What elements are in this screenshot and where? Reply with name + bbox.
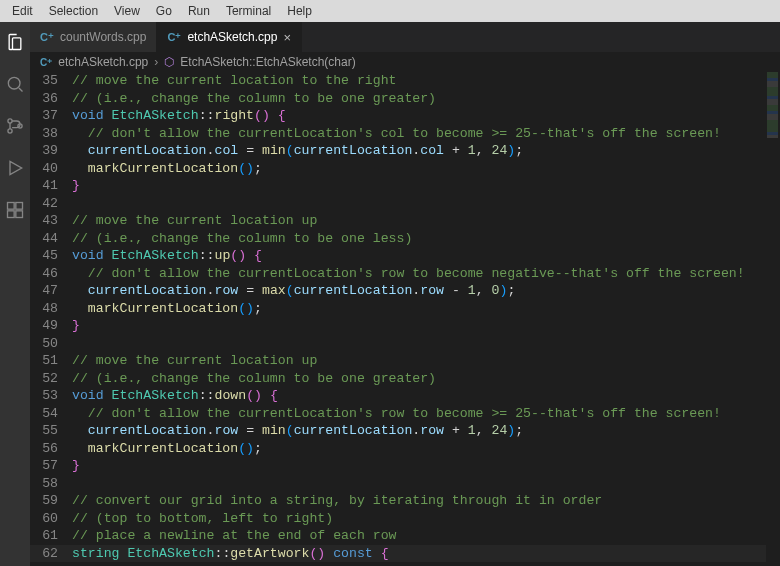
- code-line[interactable]: 35// move the current location to the ri…: [30, 72, 766, 90]
- menu-go[interactable]: Go: [148, 4, 180, 18]
- code-line[interactable]: 42: [30, 195, 766, 213]
- code-line[interactable]: 41}: [30, 177, 766, 195]
- code-line[interactable]: 40 markCurrentLocation();: [30, 160, 766, 178]
- search-icon[interactable]: [3, 72, 27, 96]
- code-content[interactable]: markCurrentLocation();: [72, 300, 766, 318]
- close-tab-icon[interactable]: ×: [283, 30, 291, 45]
- line-number: 44: [30, 230, 72, 248]
- breadcrumb[interactable]: C⁺ etchASketch.cpp › ⬡ EtchASketch::Etch…: [30, 52, 780, 72]
- code-line[interactable]: 55 currentLocation.row = min(currentLoca…: [30, 422, 766, 440]
- code-line[interactable]: 53void EtchASketch::down() {: [30, 387, 766, 405]
- code-content[interactable]: [72, 475, 766, 493]
- line-number: 50: [30, 335, 72, 353]
- code-content[interactable]: markCurrentLocation();: [72, 160, 766, 178]
- line-number: 41: [30, 177, 72, 195]
- menu-edit[interactable]: Edit: [4, 4, 41, 18]
- code-content[interactable]: // convert our grid into a string, by it…: [72, 492, 766, 510]
- minimap[interactable]: [766, 72, 780, 566]
- code-line[interactable]: 38 // don't allow the currentLocation's …: [30, 125, 766, 143]
- code-content[interactable]: // (i.e., change the column to be one gr…: [72, 370, 766, 388]
- code-content[interactable]: // don't allow the currentLocation's row…: [72, 265, 766, 283]
- code-line[interactable]: 47 currentLocation.row = max(currentLoca…: [30, 282, 766, 300]
- code-line[interactable]: 58: [30, 475, 766, 493]
- line-number: 43: [30, 212, 72, 230]
- code-line[interactable]: 48 markCurrentLocation();: [30, 300, 766, 318]
- svg-rect-4: [8, 203, 15, 210]
- code-content[interactable]: // move the current location to the righ…: [72, 72, 766, 90]
- code-content[interactable]: // move the current location up: [72, 352, 766, 370]
- code-line[interactable]: 59// convert our grid into a string, by …: [30, 492, 766, 510]
- menu-view[interactable]: View: [106, 4, 148, 18]
- run-debug-icon[interactable]: [3, 156, 27, 180]
- svg-rect-7: [16, 203, 23, 210]
- code-content[interactable]: void EtchASketch::down() {: [72, 387, 766, 405]
- code-line[interactable]: 49}: [30, 317, 766, 335]
- tab-label: countWords.cpp: [60, 30, 147, 44]
- code-content[interactable]: // (i.e., change the column to be one gr…: [72, 90, 766, 108]
- line-number: 54: [30, 405, 72, 423]
- svg-point-2: [8, 129, 12, 133]
- code-line[interactable]: 43// move the current location up: [30, 212, 766, 230]
- code-content[interactable]: currentLocation.col = min(currentLocatio…: [72, 142, 766, 160]
- code-content[interactable]: }: [72, 177, 766, 195]
- explorer-icon[interactable]: [3, 30, 27, 54]
- code-line[interactable]: 36// (i.e., change the column to be one …: [30, 90, 766, 108]
- svg-point-0: [8, 77, 20, 89]
- code-line[interactable]: 57}: [30, 457, 766, 475]
- line-number: 48: [30, 300, 72, 318]
- code-content[interactable]: string EtchASketch::getArtwork() const {: [72, 545, 766, 563]
- code-line[interactable]: 39 currentLocation.col = min(currentLoca…: [30, 142, 766, 160]
- code-content[interactable]: // don't allow the currentLocation's col…: [72, 125, 766, 143]
- line-number: 60: [30, 510, 72, 528]
- code-line[interactable]: 61// place a newline at the end of each …: [30, 527, 766, 545]
- code-content[interactable]: // (i.e., change the column to be one le…: [72, 230, 766, 248]
- code-content[interactable]: }: [72, 457, 766, 475]
- tab-etchasketch[interactable]: C⁺ etchASketch.cpp ×: [157, 22, 302, 52]
- source-control-icon[interactable]: [3, 114, 27, 138]
- code-line[interactable]: 50: [30, 335, 766, 353]
- code-content[interactable]: }: [72, 317, 766, 335]
- cpp-file-icon: C⁺: [40, 31, 54, 44]
- code-content[interactable]: // move the current location up: [72, 212, 766, 230]
- code-content[interactable]: currentLocation.row = min(currentLocatio…: [72, 422, 766, 440]
- code-line[interactable]: 56 markCurrentLocation();: [30, 440, 766, 458]
- line-number: 37: [30, 107, 72, 125]
- line-number: 49: [30, 317, 72, 335]
- tab-countwords[interactable]: C⁺ countWords.cpp: [30, 22, 157, 52]
- code-line[interactable]: 46 // don't allow the currentLocation's …: [30, 265, 766, 283]
- menu-terminal[interactable]: Terminal: [218, 4, 279, 18]
- breadcrumb-symbol[interactable]: EtchASketch::EtchASketch(char): [180, 55, 355, 69]
- code-line[interactable]: 60// (top to bottom, left to right): [30, 510, 766, 528]
- line-number: 52: [30, 370, 72, 388]
- code-line[interactable]: 54 // don't allow the currentLocation's …: [30, 405, 766, 423]
- menu-run[interactable]: Run: [180, 4, 218, 18]
- code-content[interactable]: [72, 335, 766, 353]
- code-content[interactable]: [72, 195, 766, 213]
- code-content[interactable]: void EtchASketch::up() {: [72, 247, 766, 265]
- extensions-icon[interactable]: [3, 198, 27, 222]
- line-number: 40: [30, 160, 72, 178]
- code-line[interactable]: 52// (i.e., change the column to be one …: [30, 370, 766, 388]
- chevron-right-icon: ›: [154, 55, 158, 69]
- menu-selection[interactable]: Selection: [41, 4, 106, 18]
- code-content[interactable]: void EtchASketch::right() {: [72, 107, 766, 125]
- line-number: 62: [30, 545, 72, 563]
- code-content[interactable]: markCurrentLocation();: [72, 440, 766, 458]
- code-editor[interactable]: 35// move the current location to the ri…: [30, 72, 766, 566]
- code-line[interactable]: 44// (i.e., change the column to be one …: [30, 230, 766, 248]
- line-number: 39: [30, 142, 72, 160]
- code-content[interactable]: // (top to bottom, left to right): [72, 510, 766, 528]
- code-content[interactable]: // don't allow the currentLocation's row…: [72, 405, 766, 423]
- line-number: 45: [30, 247, 72, 265]
- code-line[interactable]: 37void EtchASketch::right() {: [30, 107, 766, 125]
- line-number: 61: [30, 527, 72, 545]
- code-line[interactable]: 45void EtchASketch::up() {: [30, 247, 766, 265]
- code-line[interactable]: 51// move the current location up: [30, 352, 766, 370]
- line-number: 51: [30, 352, 72, 370]
- code-content[interactable]: // place a newline at the end of each ro…: [72, 527, 766, 545]
- cpp-file-icon: C⁺: [40, 57, 52, 68]
- breadcrumb-file[interactable]: etchASketch.cpp: [58, 55, 148, 69]
- code-content[interactable]: currentLocation.row = max(currentLocatio…: [72, 282, 766, 300]
- code-line[interactable]: 62string EtchASketch::getArtwork() const…: [30, 545, 766, 563]
- menu-help[interactable]: Help: [279, 4, 320, 18]
